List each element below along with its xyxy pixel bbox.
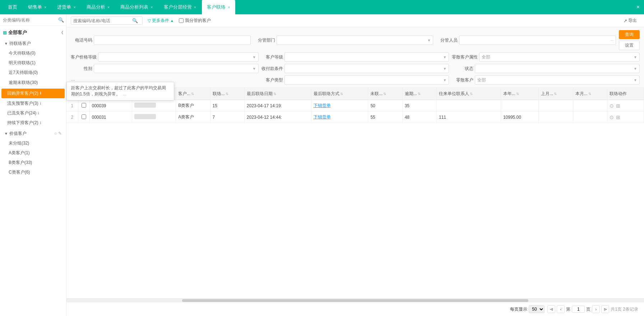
sidebar-repurchase-abnormal[interactable]: 回购异常客户(2) ℹ bbox=[1, 89, 65, 98]
nav-product-analysis[interactable]: 商品分析 × bbox=[82, 0, 115, 14]
waiting-contact-header[interactable]: ▼ 待联络客户 bbox=[0, 39, 66, 48]
row-last-method-1[interactable]: 下销货单 bbox=[311, 100, 368, 112]
sidebar-today-contact[interactable]: 今天待联络(0) bbox=[0, 48, 66, 58]
retail-attr-field: 零散客户属性 全部 ▼ bbox=[452, 52, 640, 62]
horizontal-scrollbar[interactable] bbox=[66, 298, 644, 302]
row-checkbox-2[interactable] bbox=[78, 112, 89, 123]
close-customer-contact-tab[interactable]: × bbox=[228, 5, 230, 9]
sort-last-month-icon: ⇅ bbox=[554, 92, 557, 96]
close-product-analysis-tab[interactable]: × bbox=[107, 5, 110, 9]
blurred-name-2 bbox=[134, 114, 156, 119]
search-input[interactable] bbox=[73, 18, 131, 23]
next-page-btn[interactable]: › bbox=[592, 305, 600, 313]
nav-customer-contact[interactable]: 客户联络 × bbox=[202, 0, 235, 14]
sort-overdue-icon: ⇅ bbox=[418, 92, 421, 96]
th-contact-person[interactable]: 往来单位联系人 ⇅ bbox=[437, 88, 501, 100]
sidebar-tomorrow-contact[interactable]: 明天待联络(1) bbox=[0, 58, 66, 68]
all-customers-header[interactable]: ⊞ 全部客户 《 bbox=[0, 27, 66, 38]
row-checkbox-1[interactable] bbox=[78, 100, 89, 112]
row-this-year-1 bbox=[501, 100, 538, 112]
gender-select[interactable]: ▼ bbox=[94, 64, 259, 73]
sidebar-a-class[interactable]: A类客户(1) bbox=[0, 148, 66, 158]
export-btn[interactable]: ↗ 导出 bbox=[621, 16, 640, 25]
price-grade-select[interactable]: ▼ bbox=[98, 52, 259, 62]
page-input[interactable] bbox=[572, 306, 585, 313]
sidebar-c-class[interactable]: C类客户(6) bbox=[0, 168, 66, 177]
sidebar-7day-contact[interactable]: 近7天待联络(0) bbox=[0, 68, 66, 77]
retail-attr-select[interactable]: 全部 ▼ bbox=[479, 52, 640, 62]
th-not-contacted[interactable]: 未联... ⇅ bbox=[368, 88, 402, 100]
row-last-method-2[interactable]: 下销货单 bbox=[311, 112, 368, 123]
cust-grade-select[interactable]: ▼ bbox=[284, 52, 449, 62]
per-page-label: 每页显示 bbox=[510, 306, 527, 312]
nav-purchase[interactable]: 进货单 × bbox=[52, 0, 80, 14]
nav-product-list[interactable]: 商品分析列表 × bbox=[115, 0, 158, 14]
nav-customer-segments[interactable]: 客户分层经营 × bbox=[159, 0, 201, 14]
query-button[interactable]: 查询 bbox=[619, 30, 640, 39]
row-action-1: ⊙ ⊞ bbox=[607, 100, 644, 112]
row-last-month-2 bbox=[539, 112, 573, 123]
sidebar-ungrouped[interactable]: 未分组(32) bbox=[0, 138, 66, 148]
th-last-method[interactable]: 最后联络方式 ⇅ bbox=[311, 88, 368, 100]
nav-home[interactable]: 首页 bbox=[3, 0, 22, 14]
close-window-button[interactable]: × bbox=[636, 4, 640, 10]
payment-select[interactable]: ▼ bbox=[284, 64, 449, 73]
sidebar-search-input[interactable] bbox=[3, 18, 57, 23]
sidebar-search-icon[interactable]: 🔍 bbox=[58, 17, 64, 23]
sidebar-lost-customers[interactable]: 已流失客户(24) ℹ bbox=[0, 108, 66, 118]
th-overdue[interactable]: 逾期... ⇅ bbox=[402, 88, 436, 100]
sidebar-overdue-contact[interactable]: 逾期未联络(30) bbox=[0, 78, 66, 88]
page-suffix: 页 bbox=[586, 306, 590, 312]
last-page-btn[interactable]: ⊳ bbox=[601, 305, 609, 313]
th-type[interactable]: 客户... ⇅ bbox=[176, 88, 210, 100]
search-wrap: 🔍 bbox=[71, 16, 143, 25]
prev-page-btn[interactable]: ‹ bbox=[557, 305, 565, 313]
sort-last-date-icon: ⇅ bbox=[273, 92, 276, 96]
row-action-2: ⊙ ⊞ bbox=[607, 112, 644, 123]
value-customers-header[interactable]: ▼ 价值客户 ○ ✎ bbox=[0, 129, 66, 138]
search-icon[interactable]: 🔍 bbox=[132, 18, 138, 23]
close-product-list-tab[interactable]: × bbox=[150, 5, 153, 9]
value-group-edit-icon[interactable]: ○ bbox=[54, 131, 57, 136]
th-last-month[interactable]: 上月... ⇅ bbox=[539, 88, 573, 100]
action-link-icon-1[interactable]: ⊙ bbox=[610, 103, 614, 109]
scrollbar-thumb[interactable] bbox=[182, 299, 529, 302]
phone-label: 电话号码 bbox=[71, 37, 92, 43]
price-grade-field: 客户价格等级 ▼ bbox=[71, 52, 259, 62]
status-select[interactable]: ▼ bbox=[475, 64, 640, 73]
sidebar-loss-warning[interactable]: 流失预警客户(3) ℹ bbox=[0, 99, 66, 108]
manager-select[interactable]: ··· bbox=[459, 36, 616, 45]
row-type-2: A类客户 bbox=[176, 112, 210, 123]
retail-cust-select[interactable]: 全部 ▼ bbox=[475, 75, 640, 85]
close-purchase-tab[interactable]: × bbox=[73, 5, 75, 9]
action-grid-icon-2[interactable]: ⊞ bbox=[616, 114, 620, 120]
th-last-date[interactable]: 最后联络日期 ⇅ bbox=[244, 88, 311, 100]
th-contacts[interactable]: 联络... ⇅ bbox=[210, 88, 244, 100]
more-conditions-btn[interactable]: ▽ 更多条件 ▲ bbox=[145, 16, 176, 25]
data-table-wrap: ⚙ 客户编码 ⇅ 客户名称 bbox=[66, 88, 644, 298]
th-this-month[interactable]: 本月... ⇅ bbox=[573, 88, 607, 100]
first-page-btn[interactable]: ⊲ bbox=[547, 305, 555, 313]
sort-type-icon: ⇅ bbox=[191, 92, 194, 96]
dept-select[interactable]: ▼ bbox=[277, 36, 434, 45]
action-grid-icon-1[interactable]: ⊞ bbox=[616, 103, 620, 109]
action-link-icon-2[interactable]: ⊙ bbox=[610, 114, 614, 120]
row-not-contacted-1: 50 bbox=[368, 100, 402, 112]
row-num-2: 2 bbox=[66, 112, 78, 123]
my-customers-checkbox[interactable] bbox=[179, 18, 184, 23]
main-layout: 🔍 ⊞ 全部客户 《 ▼ 待联络客户 今天待联络(0) 明天待联络(1) 近7天… bbox=[0, 14, 644, 316]
setup-button[interactable]: 设置 bbox=[619, 41, 640, 50]
sort-this-year-icon: ⇅ bbox=[516, 92, 519, 96]
sidebar-declining-customers[interactable]: 持续下滑客户(2) ℹ bbox=[0, 118, 66, 128]
phone-input[interactable] bbox=[94, 36, 251, 45]
sidebar-b-class[interactable]: B类客户(33) bbox=[0, 158, 66, 168]
cust-type-select[interactable]: ▼ bbox=[284, 75, 449, 85]
th-this-year[interactable]: 本年... ⇅ bbox=[501, 88, 538, 100]
value-customers-group: ▼ 价值客户 ○ ✎ 未分组(32) A类客户(1) B类客户(33) C类客户… bbox=[0, 128, 66, 178]
status-label: 状态 bbox=[452, 66, 473, 72]
value-group-config-icon[interactable]: ✎ bbox=[58, 131, 62, 136]
close-sales-tab[interactable]: × bbox=[44, 5, 46, 9]
close-customer-segments-tab[interactable]: × bbox=[194, 5, 196, 9]
nav-sales[interactable]: 销售单 × bbox=[23, 0, 51, 14]
per-page-select[interactable]: 50 bbox=[529, 305, 545, 313]
